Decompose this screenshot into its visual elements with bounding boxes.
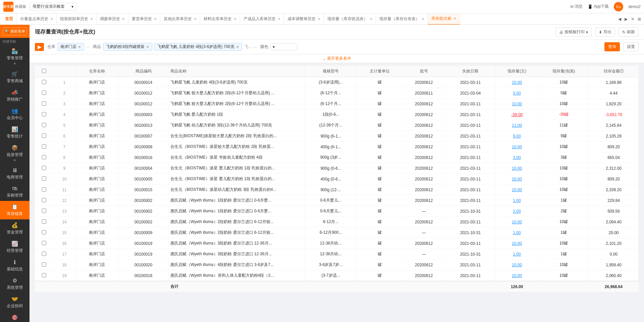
row-qty-main[interactable]: 10.00 — [495, 174, 538, 184]
row-checkbox[interactable] — [35, 131, 53, 142]
close-icon[interactable]: ✕ — [370, 17, 372, 21]
row-checkbox[interactable] — [35, 249, 53, 260]
sidebar-item-system[interactable]: ⚙ 系统管理 — [0, 275, 30, 293]
sidebar-item-marketing[interactable]: 📣 营销推广 — [0, 87, 30, 105]
row-checkbox[interactable] — [35, 163, 53, 174]
sidebar-item-retail-mall[interactable]: 🛒 零售商城 — [0, 68, 30, 87]
row-qty-main[interactable]: 1.00 — [495, 227, 538, 238]
close-icon[interactable]: ✕ — [90, 17, 93, 21]
row-qty-main[interactable]: 0.00 — [495, 88, 538, 99]
sidebar-item-inventory[interactable]: 📋 库存核算 — [0, 201, 30, 219]
query-button[interactable]: 查询 — [604, 42, 620, 51]
avatar[interactable]: Ea — [614, 2, 623, 11]
row-qty-main[interactable]: 1.00 — [495, 195, 538, 206]
filter-toggle-button[interactable]: ▶ — [35, 43, 44, 51]
row-checkbox[interactable] — [35, 109, 53, 120]
remove-product-filter-1[interactable]: ✕ — [146, 45, 149, 49]
row-qty-main[interactable]: 10.00 — [495, 238, 538, 249]
more-warehouse-options[interactable]: ··· — [86, 45, 90, 49]
row-qty-main[interactable]: 9.00 — [495, 131, 538, 142]
product-filter-tag-2[interactable]: 飞鹤星飞帆 儿童奶粉 4段(3-6岁适用) 700克 ✕ — [154, 43, 242, 51]
row-checkbox[interactable] — [35, 142, 53, 152]
row-checkbox[interactable] — [35, 260, 53, 270]
tab-qitachu[interactable]: 其他出库单历史 ✕ — [160, 13, 200, 25]
row-qty-main[interactable]: 10.00 — [495, 217, 538, 227]
row-qty-main[interactable]: 10.00 — [495, 260, 538, 270]
product-filter-tag-1[interactable]: 飞鹤奶粉3段丙罐摆装 ✕ — [103, 43, 152, 51]
close-icon[interactable]: ✕ — [278, 17, 280, 21]
row-qty-main[interactable]: 10.00 — [495, 77, 538, 88]
sidebar-item-guide[interactable]: 🎯 新手引导 — [0, 312, 30, 322]
close-icon[interactable]: ✕ — [422, 17, 424, 21]
close-icon[interactable]: ✕ — [234, 17, 236, 21]
expand-conditions-button[interactable]: ⌄ 展开更多条件 — [323, 56, 351, 61]
row-checkbox[interactable] — [35, 120, 53, 131]
tab-fenliangpandian[interactable]: 分量盘点单历史 ✕ — [17, 13, 57, 25]
close-icon[interactable]: ✕ — [318, 17, 320, 21]
color-filter-dropdown[interactable]: ▾ — [270, 44, 297, 50]
close-icon[interactable]: ✕ — [453, 17, 456, 20]
col-header-checkbox[interactable] — [35, 66, 53, 77]
sidebar-item-retail-stats[interactable]: 📊 零售统计 — [0, 123, 30, 142]
row-checkbox[interactable] — [35, 227, 53, 238]
export-button[interactable]: ⬇ 导出 — [595, 28, 615, 37]
row-qty-main[interactable]: 10.00 — [495, 184, 538, 195]
remove-warehouse-filter[interactable]: ✕ — [78, 45, 81, 49]
row-checkbox[interactable] — [35, 217, 53, 227]
sidebar-item-member[interactable]: 👥 会员中心 — [0, 105, 30, 123]
close-icon[interactable]: ✕ — [154, 17, 157, 21]
search-menu-button[interactable]: 🔍 搜索英单 — [3, 28, 27, 35]
more-product-options[interactable]: ··· — [254, 45, 257, 49]
row-checkbox[interactable] — [35, 174, 53, 184]
sidebar-item-collab[interactable]: 🤝 企业协同 — [0, 293, 30, 312]
row-checkbox[interactable] — [35, 99, 53, 109]
sidebar-item-basic-info[interactable]: ℹ 基础信息 — [0, 256, 30, 275]
row-qty-main[interactable]: 3.00 — [495, 152, 538, 163]
row-checkbox[interactable] — [35, 206, 53, 217]
row-qty-main[interactable]: 2.00 — [495, 206, 538, 217]
row-qty-main[interactable]: -39.00 — [495, 109, 538, 120]
tab-cailiao[interactable]: 材料出库单历史 ✕ — [200, 13, 240, 25]
row-checkbox[interactable] — [35, 238, 53, 249]
row-checkbox[interactable] — [35, 195, 53, 206]
sidebar-item-purchase[interactable]: 🛍 采购管理 — [0, 183, 30, 201]
settings-button[interactable]: 设置 — [623, 42, 639, 51]
sidebar-item-finance[interactable]: 💰 资金管理 — [0, 219, 30, 238]
tab-yaohuo[interactable]: 要货单历史 ✕ — [128, 13, 160, 25]
print-button[interactable]: 🖨 按模板打印 ▾ — [555, 28, 592, 37]
tab-chengben[interactable]: 成本调整单历史 ✕ — [284, 13, 324, 25]
remove-product-filter-2[interactable]: ✕ — [236, 45, 239, 49]
industry-select[interactable]: 母婴行业演示账套 ▾ — [30, 3, 76, 10]
sidebar-item-ecommerce[interactable]: 🖥 电商管理 — [0, 165, 30, 183]
row-checkbox[interactable] — [35, 77, 53, 88]
app-download-button[interactable]: 📱 App下载 — [588, 4, 609, 9]
select-all-checkbox[interactable] — [42, 69, 46, 73]
row-qty-main[interactable]: 10.00 — [495, 270, 538, 281]
row-checkbox[interactable] — [35, 152, 53, 163]
row-checkbox[interactable] — [35, 270, 53, 281]
tab-close-all[interactable]: ✕ — [630, 16, 636, 22]
row-qty-main[interactable]: 10.00 — [495, 142, 538, 152]
close-icon[interactable]: ✕ — [122, 17, 125, 21]
tab-xiancunkuangfen[interactable]: 现存量（库存分布表） ✕ — [376, 13, 428, 25]
tab-prev-arrow[interactable]: ◀ — [617, 16, 623, 22]
sidebar-item-retail-mgmt[interactable]: 🏪 零售管理 ▼ — [0, 45, 30, 68]
tab-zuhechaijian[interactable]: 组装拆卸单历史 ✕ — [57, 13, 97, 25]
user-name[interactable]: demo2 — [628, 4, 641, 9]
message-button[interactable]: ✉ 消息 — [570, 4, 583, 9]
tab-chanchengpin[interactable]: 产成品入库单历史 ✕ — [240, 13, 284, 25]
close-icon[interactable]: ✕ — [194, 17, 197, 21]
tab-kucunpicizh[interactable]: 库存批次账 ✕ — [428, 13, 460, 25]
row-qty-main[interactable]: 10.00 — [495, 99, 538, 109]
refresh-button[interactable]: ↻ 刷新 — [619, 28, 639, 37]
row-checkbox[interactable] — [35, 184, 53, 195]
row-qty-main[interactable]: 1.00 — [495, 249, 538, 260]
sidebar-item-wholesale[interactable]: 📦 批发管理 ▼ — [0, 142, 30, 165]
row-qty-main[interactable]: 10.00 — [495, 163, 538, 174]
tab-expand[interactable]: ⊞ — [636, 16, 642, 22]
tab-next-arrow[interactable]: ▶ — [623, 16, 629, 22]
warehouse-filter-tag[interactable]: 南岸门店 ✕ — [57, 43, 84, 51]
tab-xianccunkuang[interactable]: 现存量（库存状况表） ✕ — [324, 13, 376, 25]
row-checkbox[interactable] — [35, 88, 53, 99]
row-qty-main[interactable]: 11.00 — [495, 120, 538, 131]
